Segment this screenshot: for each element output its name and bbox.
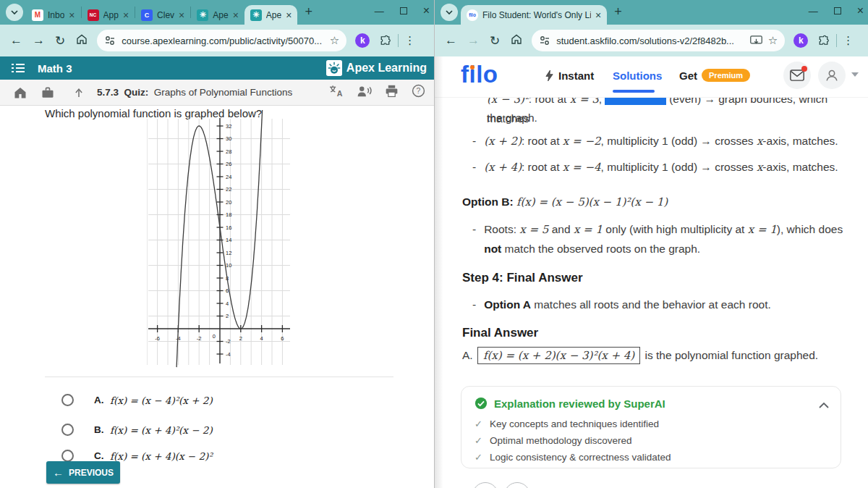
read-aloud-button[interactable] <box>357 85 372 101</box>
bullet-text: (x + 2): root at x = −2, multiplicity 1 … <box>484 132 838 151</box>
address-bar[interactable]: course.apexlearning.com/public/activity/… <box>97 30 346 51</box>
browser-menu-icon[interactable]: ⋮ <box>843 34 854 47</box>
tab-clever[interactable]: C Clev × <box>135 5 190 25</box>
outline-list-icon[interactable] <box>12 63 25 73</box>
svg-text:20: 20 <box>226 199 231 206</box>
nav-solutions[interactable]: Solutions <box>613 56 662 94</box>
browser-menu-icon[interactable]: ⋮ <box>404 34 415 47</box>
print-button[interactable] <box>385 85 399 101</box>
close-window-button[interactable]: × <box>857 5 864 17</box>
tab-close-icon[interactable]: × <box>233 10 239 20</box>
tab-close-icon[interactable]: × <box>179 10 184 20</box>
home-button[interactable] <box>75 33 88 49</box>
close-window-button[interactable]: × <box>423 5 430 17</box>
radio-button[interactable] <box>61 450 74 462</box>
apex-logo-icon <box>326 60 342 76</box>
svg-text:32: 32 <box>226 123 231 130</box>
get-premium-button[interactable]: Get Premium <box>679 56 750 94</box>
reload-button[interactable]: ↻ <box>490 33 500 49</box>
radio-button[interactable] <box>61 394 74 406</box>
bullet-text: Roots: x = 5 and x = 1 only (with high m… <box>484 220 854 258</box>
tab-search-button[interactable] <box>441 4 458 21</box>
apex-activity-toolbar: 5.7.3 Quiz: Graphs of Polynomial Functio… <box>0 80 434 106</box>
collapse-chevron-icon[interactable] <box>819 398 829 411</box>
chevron-down-icon <box>446 10 453 14</box>
help-button[interactable]: ? <box>412 84 425 101</box>
svg-text:-4: -4 <box>226 351 231 358</box>
reload-button[interactable]: ↻ <box>55 33 65 49</box>
previous-button[interactable]: ← PREVIOUS <box>46 461 120 484</box>
tab-apex-active[interactable]: ✳ Ape × <box>244 5 298 25</box>
bullet-dash: - <box>472 132 476 151</box>
review-item-1: ✓ Key concepts and techniques identified <box>475 418 827 429</box>
tab-label: Inbo <box>48 10 64 20</box>
tab-close-icon[interactable]: × <box>69 10 75 20</box>
tab-close-icon[interactable]: × <box>595 10 601 20</box>
check-icon: ✓ <box>475 452 482 463</box>
extensions-puzzle-icon[interactable] <box>378 34 391 47</box>
site-settings-icon[interactable] <box>539 35 550 46</box>
svg-text:0: 0 <box>213 333 216 340</box>
inbox-button[interactable] <box>783 62 811 89</box>
answer-option-a[interactable]: A. f(x) = (x − 4)²(x + 2) <box>61 394 213 406</box>
svg-text:30: 30 <box>226 135 231 142</box>
install-app-icon[interactable] <box>750 35 762 46</box>
filo-logo[interactable]: filo <box>461 61 498 88</box>
answer-option-c[interactable]: C. f(x) = (x + 4)(x − 2)² <box>61 450 213 462</box>
forward-button[interactable]: → <box>467 33 480 48</box>
tab-close-icon[interactable]: × <box>123 10 129 20</box>
lesson-type: Quiz: <box>124 87 149 98</box>
forward-button[interactable]: → <box>33 33 45 48</box>
home-nav-button[interactable] <box>13 85 27 100</box>
minimize-button[interactable]: — <box>809 7 818 16</box>
maximize-button[interactable] <box>834 7 841 14</box>
tab-label: Ape <box>266 10 281 20</box>
tab-close-icon[interactable]: × <box>286 10 292 20</box>
level-up-arrow-button[interactable] <box>72 86 85 99</box>
svg-text:2: 2 <box>226 313 229 319</box>
review-item-3: ✓ Logic consistency & correctness valida… <box>475 452 827 463</box>
bookmark-star-icon[interactable]: ☆ <box>768 34 778 47</box>
extensions-puzzle-icon[interactable] <box>816 34 829 47</box>
answer-option-b[interactable]: B. f(x) = (x + 4)²(x − 2) <box>61 424 213 436</box>
feedback-button-2[interactable] <box>504 482 530 488</box>
home-icon <box>75 33 88 46</box>
profile-avatar[interactable] <box>818 62 846 89</box>
check-icon: ✓ <box>475 418 482 429</box>
nav-instant[interactable]: Instant <box>545 56 594 94</box>
kami-extension-icon[interactable]: k <box>355 33 370 48</box>
url-text: student.askfilo.com/solutions-v2/2f8482b… <box>556 35 744 46</box>
tab-gmail[interactable]: M Inbo × <box>26 5 81 25</box>
filo-logo-text: filo <box>461 61 498 88</box>
review-title-row: Explanation reviewed by SuperAI <box>475 397 827 410</box>
translate-button[interactable]: A <box>329 85 344 101</box>
back-button[interactable]: ← <box>10 33 22 48</box>
bullet-root-xplus4: - (x + 4): root at x = −4, multiplicity … <box>472 158 854 177</box>
svg-text:6: 6 <box>281 335 284 342</box>
profile-caret-icon[interactable] <box>851 72 859 77</box>
feedback-button-1[interactable] <box>472 482 498 488</box>
minimize-button[interactable]: — <box>375 7 384 16</box>
gmail-favicon-icon: M <box>32 9 43 21</box>
tab-search-button[interactable] <box>6 4 23 21</box>
bullet-text: (x + 4): root at x = −4, multiplicity 1 … <box>484 158 838 177</box>
bullet-root-xplus2: - (x + 2): root at x = −2, multiplicity … <box>472 132 854 151</box>
coursework-briefcase-button[interactable] <box>41 85 55 100</box>
radio-button[interactable] <box>61 424 74 436</box>
new-tab-button[interactable]: + <box>305 4 312 20</box>
polynomial-graph: -6-4-2246-4-2246810121416182022242628303… <box>147 110 292 368</box>
home-button[interactable] <box>510 33 523 49</box>
tab-filo-active[interactable]: filo Filo Student: World's Only Live × <box>461 5 607 25</box>
tab-nc[interactable]: NC App × <box>82 5 135 25</box>
maximize-button[interactable] <box>400 7 407 14</box>
back-button[interactable]: ← <box>445 33 457 48</box>
site-settings-icon[interactable] <box>104 35 116 46</box>
new-tab-button[interactable]: + <box>614 4 622 20</box>
option-letter: C. <box>94 450 110 461</box>
address-bar[interactable]: student.askfilo.com/solutions-v2/2f8482b… <box>532 30 785 51</box>
bullet-dash: - <box>472 295 476 314</box>
kami-extension-icon[interactable]: k <box>793 33 808 48</box>
tab-apex-1[interactable]: ✳ Ape × <box>191 5 244 25</box>
bookmark-star-icon[interactable]: ☆ <box>330 34 339 47</box>
bullet-dash: - <box>472 220 476 258</box>
